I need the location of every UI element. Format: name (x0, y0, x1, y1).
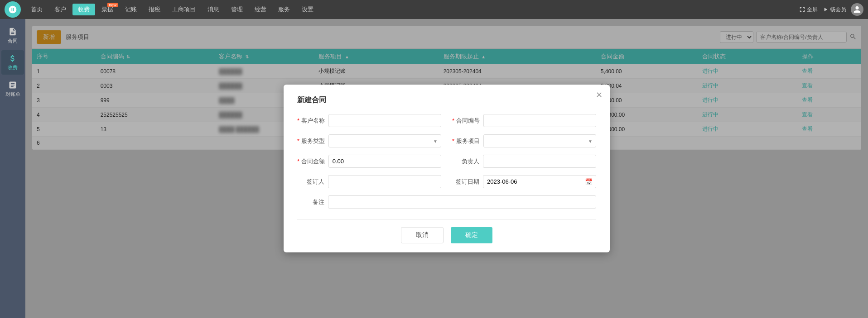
form-row-contract-no: 合同编号 (452, 114, 596, 127)
nav-operation[interactable]: 经营 (249, 4, 272, 15)
nav-tax[interactable]: 报税 (143, 4, 166, 15)
signer-label: 签订人 (297, 178, 324, 186)
sidebar-item-contract[interactable]: 合同 (1, 24, 24, 48)
responsible-input[interactable] (483, 155, 596, 168)
amount-input[interactable] (328, 155, 441, 168)
form-row-remarks: 备注 (297, 195, 596, 209)
sidebar: 合同 收费 对账单 (0, 19, 25, 318)
avatar[interactable] (851, 3, 863, 16)
nav-business[interactable]: 工商项目 (167, 4, 201, 15)
modal-title: 新建合同 (297, 95, 596, 105)
customer-input[interactable] (328, 114, 441, 127)
service-type-select[interactable] (328, 134, 441, 147)
member-button[interactable]: 畅会员 (822, 6, 846, 14)
customer-label: 客户名称 (297, 117, 325, 125)
form-row-customer: 客户名称 (297, 114, 441, 127)
remarks-label: 备注 (297, 198, 324, 206)
service-item-wrapper (483, 134, 596, 147)
modal-footer: 取消 确定 (297, 219, 596, 243)
fullscreen-button[interactable]: 全屏 (799, 6, 818, 14)
form-grid: 客户名称 合同编号 服务类型 (297, 114, 596, 188)
modal-close-button[interactable]: ✕ (596, 90, 603, 100)
amount-label: 合同金额 (297, 157, 325, 166)
nav-items: 首页 客户 收费 票据 new 记账 报税 工商项目 消息 管理 经营 服务 设… (25, 4, 799, 15)
form-row-sign-date: 签订日期 📅 (452, 175, 596, 188)
service-type-label: 服务类型 (297, 137, 325, 145)
nav-service[interactable]: 服务 (273, 4, 295, 15)
nav-home[interactable]: 首页 (25, 4, 48, 15)
sign-date-input[interactable] (483, 175, 596, 188)
confirm-button[interactable]: 确定 (451, 227, 492, 243)
form-row-service-type: 服务类型 (297, 134, 441, 147)
modal-overlay: ✕ 新建合同 客户名称 合同编号 服务类型 (25, 19, 868, 318)
sidebar-item-fee[interactable]: 收费 (1, 50, 24, 75)
main-layout: 合同 收费 对账单 新增 服务项目 进行中 已完成 已终止 (0, 19, 868, 318)
nav-bookkeeping[interactable]: 记账 (120, 4, 142, 15)
remarks-input[interactable] (328, 195, 596, 209)
nav-fee[interactable]: 收费 (72, 4, 95, 15)
contract-no-input[interactable] (483, 114, 596, 127)
nav-invoice[interactable]: 票据 new (96, 4, 119, 15)
calendar-icon: 📅 (585, 178, 593, 185)
sign-date-label: 签订日期 (452, 178, 479, 186)
service-item-label: 服务项目 (452, 137, 480, 145)
nav-right: 全屏 畅会员 (799, 3, 863, 16)
contract-no-label: 合同编号 (452, 117, 480, 125)
form-row-service-item: 服务项目 (452, 134, 596, 147)
nav-client[interactable]: 客户 (49, 4, 72, 15)
form-row-signer: 签订人 (297, 175, 441, 188)
service-item-select[interactable] (483, 134, 596, 147)
nav-settings[interactable]: 设置 (296, 4, 319, 15)
form-row-responsible: 负责人 (452, 155, 596, 168)
content-area: 新增 服务项目 进行中 已完成 已终止 (25, 19, 868, 318)
nav-manage[interactable]: 管理 (226, 4, 248, 15)
responsible-label: 负责人 (452, 157, 479, 166)
top-nav: 首页 客户 收费 票据 new 记账 报税 工商项目 消息 管理 经营 服务 设… (0, 0, 868, 19)
logo (5, 1, 21, 18)
signer-input[interactable] (328, 175, 441, 188)
sidebar-item-statement[interactable]: 对账单 (1, 77, 24, 101)
new-badge: new (107, 3, 118, 7)
sign-date-wrapper: 📅 (483, 175, 596, 188)
nav-message[interactable]: 消息 (202, 4, 225, 15)
form-row-amount: 合同金额 (297, 155, 441, 168)
cancel-button[interactable]: 取消 (401, 227, 444, 243)
service-type-wrapper (328, 134, 441, 147)
modal-dialog: ✕ 新建合同 客户名称 合同编号 服务类型 (284, 85, 610, 252)
